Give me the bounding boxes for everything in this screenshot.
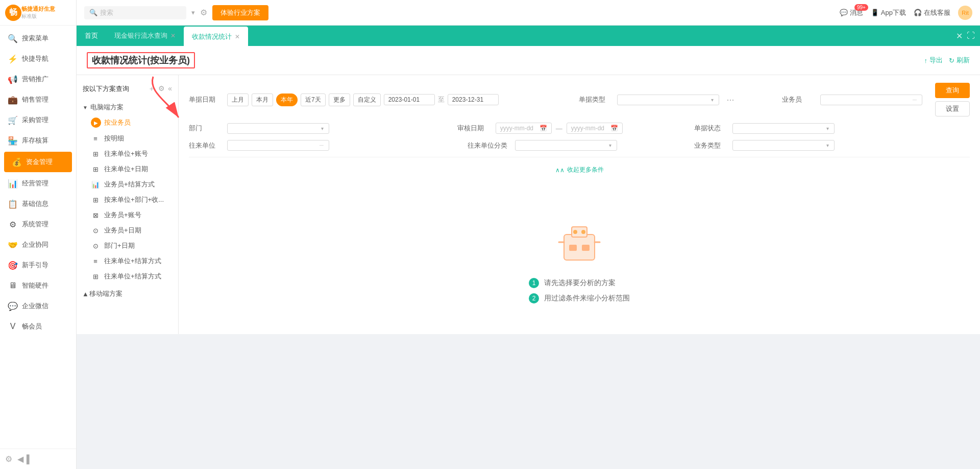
close-all-btn[interactable]: ✕ (956, 31, 963, 41)
download-icon: 📱 (871, 9, 879, 16)
sidebar-item-inventory[interactable]: 🏪 库存核算 (0, 130, 76, 151)
scheme-settings-btn[interactable]: ⚙ (158, 84, 165, 93)
collapse-label: 收起更多条件 (567, 166, 604, 174)
audit-end-input[interactable]: yyyy-mm-dd 📅 (567, 123, 623, 134)
scheme-item-staff-settlement[interactable]: 📊 业务员+结算方式 (77, 177, 178, 192)
tab-bank-flow-close[interactable]: ✕ (170, 32, 176, 39)
svg-rect-5 (582, 245, 590, 251)
desktop-arrow: ▼ (83, 105, 88, 110)
audit-end-placeholder: yyyy-mm-dd (571, 125, 604, 132)
sidebar-item-system[interactable]: ⚙ 系统管理 (0, 214, 76, 235)
date-btn-last-month[interactable]: 上月 (227, 93, 249, 106)
sidebar-item-search[interactable]: 🔍 搜索菜单 (0, 28, 76, 49)
tab-home[interactable]: 首页 (77, 26, 106, 46)
dept-dropdown[interactable]: ▾ (227, 123, 329, 134)
scheme-item-counterpart-date[interactable]: ⊞ 往来单位+日期 (77, 161, 178, 177)
query-btn[interactable]: 查询 (935, 83, 970, 98)
fullscreen-btn[interactable]: ⛶ (967, 31, 975, 40)
guide-icon: 🎯 (8, 260, 18, 270)
date-start-input[interactable]: 2023-01-01 (384, 94, 435, 105)
online-service-btn[interactable]: 🎧 在线客服 (914, 8, 950, 17)
sidebar-collapse-btn[interactable]: ◀▐ (17, 454, 29, 464)
sidebar-item-marketing[interactable]: 📢 营销推广 (0, 69, 76, 89)
date-btn-custom[interactable]: 自定义 (353, 93, 381, 106)
logo-area: 畅 畅捷通好生意 标准版 (0, 0, 76, 26)
logo-text: 畅捷通好生意 标准版 (21, 5, 55, 20)
online-service-label: 在线客服 (924, 8, 950, 17)
staff-account-label: 业务员+账号 (104, 210, 141, 220)
counterpart-cat-dropdown[interactable]: ▾ (515, 140, 617, 151)
doc-status-label: 单据状态 (694, 124, 725, 133)
sidebar-item-capital[interactable]: 💰 资金管理 (4, 152, 72, 172)
counterpart-dropdown[interactable]: ··· (227, 140, 329, 151)
message-icon: 💬 (840, 9, 848, 16)
refresh-btn[interactable]: ↻ 刷新 (949, 56, 970, 65)
step-1-text: 请先选择要分析的方案 (544, 278, 616, 288)
app-download-btn[interactable]: 📱 App下载 (871, 8, 906, 17)
by-staff-label: 按业务员 (104, 118, 131, 127)
export-btn[interactable]: ↑ 导出 (924, 56, 943, 65)
sidebar-item-label: 畅会员 (22, 322, 42, 331)
step-1: 1 请先选择要分析的方案 (529, 278, 630, 288)
svg-point-3 (581, 230, 585, 234)
dropdown-chevron[interactable]: ▾ (191, 9, 195, 16)
settings-btn[interactable]: 设置 (935, 101, 970, 116)
dept-date-label: 部门+日期 (104, 241, 135, 250)
date-btn-more[interactable]: 更多 (329, 93, 350, 106)
audit-separator: — (556, 125, 562, 132)
messages-btn[interactable]: 💬 消息 99+ (840, 8, 863, 17)
staff-dropdown[interactable]: ··· (820, 95, 922, 105)
date-btn-this-year[interactable]: 本年 (276, 93, 298, 106)
trial-btn[interactable]: 体验行业方案 (212, 5, 268, 20)
sidebar-item-guide[interactable]: 🎯 新手引导 (0, 255, 76, 275)
date-btn-this-month[interactable]: 本月 (252, 93, 273, 106)
doc-type-more-btn[interactable]: ··· (727, 95, 734, 105)
scheme-item-staff-account[interactable]: ⊠ 业务员+账号 (77, 207, 178, 223)
sidebar-item-label: 基础信息 (22, 199, 48, 208)
doc-status-dropdown[interactable]: ▾ (732, 123, 835, 134)
scheme-item-counterpart-settlement2[interactable]: ⊞ 往来单位+结算方式 (77, 269, 178, 284)
search-box[interactable]: 🔍 搜索 (84, 6, 186, 19)
user-avatar[interactable]: Rit (958, 6, 972, 20)
sidebar-item-sales[interactable]: 💼 销售管理 (0, 89, 76, 110)
audit-start-input[interactable]: yyyy-mm-dd 📅 (496, 123, 552, 134)
scheme-item-unit-dept[interactable]: ⊞ 按来单位+部门+收... (77, 192, 178, 207)
sidebar-item-operations[interactable]: 📊 经营管理 (0, 173, 76, 194)
tab-collection-stats[interactable]: 收款情况统计 ✕ (184, 27, 248, 47)
tab-bank-flow-label: 现金银行流水查询 (114, 31, 167, 40)
scheme-add-btn[interactable]: ＋ (148, 84, 155, 93)
sidebar-item-wechat[interactable]: 💬 企业微信 (0, 296, 76, 316)
tab-bank-flow[interactable]: 现金银行流水查询 ✕ (106, 26, 184, 46)
scheme-collapse-btn[interactable]: « (168, 84, 172, 93)
doc-type-dropdown[interactable]: ▾ (617, 95, 719, 105)
date-btn-7days[interactable]: 近7天 (301, 93, 326, 106)
calendar-icon-end: 📅 (610, 125, 618, 132)
scheme-item-counterpart-account[interactable]: ⊞ 往来单位+账号 (77, 146, 178, 161)
scheme-item-staff-date[interactable]: ⊙ 业务员+日期 (77, 223, 178, 238)
scheme-item-counterpart-settlement[interactable]: ≡ 往来单位+结算方式 (77, 253, 178, 269)
biz-type-dropdown[interactable]: ▾ (732, 140, 835, 151)
audit-date-inputs: yyyy-mm-dd 📅 — yyyy-mm-dd 📅 (496, 123, 623, 134)
tab-collection-stats-close[interactable]: ✕ (235, 33, 240, 40)
unit-dept-icon: ⊞ (91, 195, 100, 204)
sidebar-item-purchase[interactable]: 🛒 采购管理 (0, 110, 76, 130)
scheme-mobile-header[interactable]: ▶ 移动端方案 (77, 287, 178, 301)
search-icon: 🔍 (89, 9, 97, 16)
svg-rect-0 (564, 235, 595, 260)
collapse-btn[interactable]: ∧∧ 收起更多条件 (189, 161, 970, 178)
scheme-desktop-header[interactable]: ▼ 电脑端方案 (77, 100, 178, 114)
sidebar-settings-btn[interactable]: ⚙ (5, 454, 12, 464)
scheme-item-by-staff[interactable]: ▶ 按业务员 (77, 114, 178, 131)
inventory-icon: 🏪 (8, 135, 18, 146)
sidebar-item-hardware[interactable]: 🖥 智能硬件 (0, 275, 76, 296)
counterpart-date-icon: ⊞ (91, 165, 100, 174)
date-end-input[interactable]: 2023-12-31 (448, 94, 499, 105)
sidebar-item-quicknav[interactable]: ⚡ 快捷导航 (0, 49, 76, 69)
sidebar-item-basic[interactable]: 📋 基础信息 (0, 194, 76, 214)
sidebar-item-member[interactable]: V 畅会员 (0, 316, 76, 337)
gear-icon[interactable]: ⚙ (200, 8, 207, 17)
quicknav-icon: ⚡ (8, 54, 18, 64)
scheme-item-by-detail[interactable]: ≡ 按明细 (77, 131, 178, 146)
scheme-item-dept-date[interactable]: ⊙ 部门+日期 (77, 238, 178, 253)
sidebar-item-enterprise[interactable]: 🤝 企业协同 (0, 235, 76, 255)
